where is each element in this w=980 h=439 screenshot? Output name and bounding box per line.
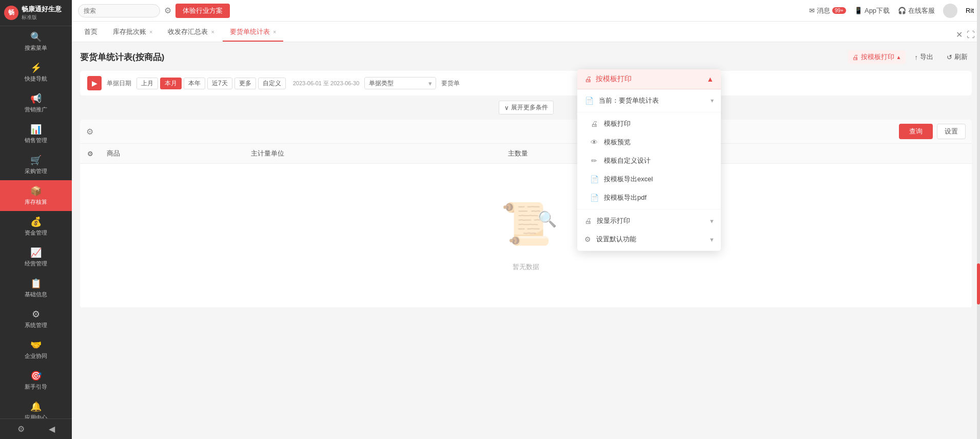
sidebar-item-marketing[interactable]: 📢 营销推广: [0, 88, 72, 119]
basics-icon: 📋: [30, 278, 42, 289]
display-print-icon: 🖨: [584, 217, 592, 225]
sidebar-item-cooperation[interactable]: 🤝 企业协同: [0, 334, 72, 365]
sidebar-settings-btn[interactable]: ⚙: [17, 424, 25, 434]
filter-expand-icon[interactable]: ▶: [87, 76, 102, 90]
sidebar-item-operations[interactable]: 📈 经营管理: [0, 242, 72, 273]
date-btn-current-month[interactable]: 本月: [160, 78, 182, 89]
sidebar-item-inventory[interactable]: 📦 库存核算: [0, 180, 72, 211]
col-checkbox: ⚙: [80, 144, 101, 164]
promo-button[interactable]: 体验行业方案: [175, 4, 230, 18]
query-button[interactable]: 查询: [899, 124, 933, 139]
template-print-icon: 🖨: [590, 120, 599, 128]
sidebar-item-purchase[interactable]: 🛒 采购管理: [0, 149, 72, 180]
set-default-icon: ⚙: [584, 235, 591, 243]
phone-icon: 📱: [854, 7, 863, 14]
page-actions: 🖨 按模板打印 ▲ ↑ 导出 ↺ 刷新: [848, 50, 972, 64]
tab-home[interactable]: 首页: [77, 23, 105, 42]
sidebar-item-quick-nav[interactable]: ⚡ 快捷导航: [0, 57, 72, 88]
current-template-item[interactable]: 📄 当前：要货单统计表 ▾: [577, 91, 721, 110]
quick-nav-icon: ⚡: [30, 62, 42, 73]
empty-state: 📜 🔍 暂无数据: [86, 169, 966, 302]
empty-text: 暂无数据: [513, 262, 539, 272]
messages-badge: 99+: [832, 7, 846, 14]
table-wrap: ⚙ 查询 设置 ⚙ 商品 主计量单位 主数量 零售金额: [80, 120, 972, 308]
pdf-icon: 📄: [590, 194, 599, 202]
sidebar-item-app-center[interactable]: 🔔 应用中心: [0, 396, 72, 418]
date-btn-custom[interactable]: 自定义: [258, 78, 286, 89]
tab-order[interactable]: 要货单统计表 ×: [223, 23, 283, 42]
printer-dropdown-icon: 🖨: [584, 75, 592, 83]
page-header: 要货单统计表(按商品) 🖨 按模板打印 ▲ ↑ 导出 ↺ 刷新: [80, 50, 972, 64]
date-btn-last-month[interactable]: 上月: [136, 78, 158, 89]
set-default-left: ⚙ 设置默认功能: [584, 235, 636, 244]
export-btn[interactable]: ↑ 导出: [911, 50, 938, 64]
set-default-item[interactable]: ⚙ 设置默认功能 ▾: [577, 230, 721, 249]
col-product: 商品: [101, 144, 245, 164]
sidebar-item-guide[interactable]: 🎯 新手引导: [0, 365, 72, 396]
dropdown-title: 按模板打印: [596, 74, 632, 84]
customer-service-item[interactable]: 🎧 在线客服: [898, 6, 935, 15]
date-range-display: 2023-06-01 至 2023-06-30: [293, 80, 360, 87]
template-options-section: 🖨 模板打印 👁 模板预览 ✏ 模板自定义设计 📄 按模板导出excel 📄: [577, 112, 721, 209]
date-btn-more[interactable]: 更多: [234, 78, 256, 89]
page-title: 要货单统计表(按商品): [80, 51, 164, 63]
tab-collection[interactable]: 收发存汇总表 ×: [161, 23, 221, 42]
order-type-select[interactable]: 单据类型: [364, 77, 436, 89]
template-preview-item[interactable]: 👁 模板预览: [577, 133, 721, 151]
table-settings-icon[interactable]: ⚙: [86, 127, 93, 137]
tab-batch-close[interactable]: ×: [149, 29, 152, 35]
purchase-icon: 🛒: [30, 155, 42, 166]
order-type-select-wrapper: 单据类型: [364, 77, 436, 89]
sidebar-item-sales[interactable]: 📊 销售管理: [0, 119, 72, 149]
expand-more-btn[interactable]: ∨ 展开更多条件: [499, 101, 554, 114]
template-design-item[interactable]: ✏ 模板自定义设计: [577, 151, 721, 170]
template-print-item[interactable]: 🖨 模板打印: [577, 114, 721, 133]
messages-icon: ✉: [809, 7, 815, 14]
app-name: 畅康通好生意 标准版: [22, 5, 62, 21]
print-template-btn[interactable]: 🖨 按模板打印 ▲: [848, 50, 906, 64]
app-download-item[interactable]: 📱 App下载: [854, 6, 890, 15]
refresh-btn[interactable]: ↺ 刷新: [943, 50, 972, 64]
tab-batch[interactable]: 库存批次账 ×: [106, 23, 160, 42]
col-extra: [903, 144, 972, 164]
document-icon: 📄: [584, 97, 594, 105]
set-default-chevron: ▾: [710, 236, 714, 243]
sidebar-nav: 🔍 搜索菜单 ⚡ 快捷导航 📢 营销推广 📊 销售管理 🛒 采购管理 📦 库存核…: [0, 26, 72, 418]
date-btn-7days[interactable]: 近7天: [207, 78, 232, 89]
template-export-excel-item[interactable]: 📄 按模板导出excel: [577, 170, 721, 188]
gear-icon[interactable]: ⚙: [164, 6, 171, 15]
topbar-right: ✉ 消息 99+ 📱 App下载 🎧 在线客服 Rit: [809, 4, 974, 18]
template-export-pdf-item[interactable]: 📄 按模板导出pdf: [577, 188, 721, 207]
export-icon: ↑: [915, 53, 918, 61]
date-buttons: 上月 本月 本年 近7天 更多 自定义: [136, 78, 286, 89]
messages-item[interactable]: ✉ 消息 99+: [809, 6, 846, 15]
main-area: ⚙ 体验行业方案 ✉ 消息 99+ 📱 App下载 🎧 在线客服 Rit 首页: [72, 0, 980, 439]
print-dropdown: 🖨 按模板打印 ▲ 📄 当前：要货单统计表 ▾ 🖨 模板打: [577, 69, 721, 251]
sidebar-item-search-menu[interactable]: 🔍 搜索菜单: [0, 26, 72, 57]
settings-button[interactable]: 设置: [937, 124, 966, 139]
sidebar-item-system[interactable]: ⚙ 系统管理: [0, 303, 72, 334]
date-btn-current-year[interactable]: 本年: [184, 78, 205, 89]
sidebar-collapse-btn[interactable]: ◀: [49, 424, 55, 434]
window-close-icon[interactable]: ✕: [956, 30, 963, 40]
scrollbar-thumb[interactable]: [977, 263, 980, 304]
topbar: ⚙ 体验行业方案 ✉ 消息 99+ 📱 App下载 🎧 在线客服 Rit: [72, 0, 980, 22]
current-template-label: 当前：要货单统计表: [599, 96, 659, 105]
avatar[interactable]: [943, 4, 957, 18]
tabbar: 首页 库存批次账 × 收发存汇总表 × 要货单统计表 × ✕ ⛶: [72, 22, 980, 42]
window-expand-icon[interactable]: ⛶: [967, 30, 975, 40]
sidebar-item-basics[interactable]: 📋 基础信息: [0, 273, 72, 303]
table-toolbar: ⚙ 查询 设置: [80, 120, 972, 144]
tab-collection-close[interactable]: ×: [211, 29, 214, 35]
dropdown-title-area: 🖨 按模板打印: [584, 74, 632, 84]
refresh-icon: ↺: [947, 53, 952, 61]
right-scrollbar[interactable]: [977, 0, 980, 439]
current-template-section: 📄 当前：要货单统计表 ▾: [577, 89, 721, 112]
search-input[interactable]: [78, 4, 160, 17]
display-print-item[interactable]: 🖨 按显示打印 ▾: [577, 212, 721, 230]
display-print-chevron: ▾: [710, 217, 714, 225]
sidebar-item-finance[interactable]: 💰 资金管理: [0, 211, 72, 242]
app-center-icon: 🔔: [30, 401, 42, 412]
dropdown-chevron-up[interactable]: ▲: [707, 75, 714, 83]
tab-order-close[interactable]: ×: [273, 29, 276, 35]
